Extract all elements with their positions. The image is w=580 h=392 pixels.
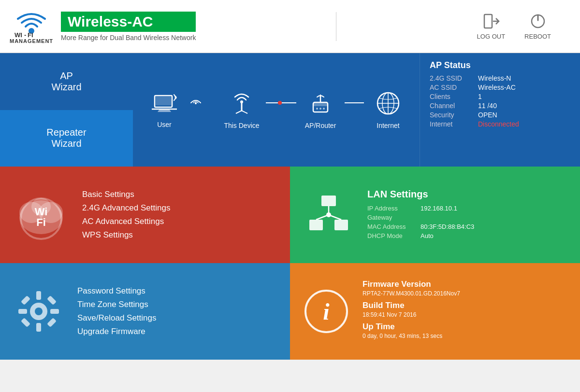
security-label: Security (430, 111, 473, 119)
system-settings-tile: Password Settings Time Zone Settings Sav… (0, 263, 290, 360)
svg-point-16 (316, 108, 318, 110)
svg-rect-32 (334, 220, 348, 230)
user-icon (150, 92, 179, 116)
lan-tile-icon (304, 191, 353, 239)
router-node: AP/Router (299, 90, 342, 129)
repeater-wizard-nav[interactable]: Repeater Wizard (0, 110, 133, 167)
user-node: User (143, 92, 186, 128)
tiles-row-2: Password Settings Time Zone Settings Sav… (0, 263, 580, 360)
password-settings-link[interactable]: Password Settings (77, 286, 157, 296)
system-tile-icon (14, 287, 63, 336)
svg-point-12 (240, 100, 243, 103)
security-value: OPEN (478, 111, 497, 119)
ssid-24g-value: Wireless-N (478, 74, 511, 82)
lan-settings-tile: LAN Settings IP Address 192.168.10.1 Gat… (290, 167, 580, 263)
wifi-waves-icon (188, 96, 218, 110)
firmware-version-value: RPTA2-77W.M4300.01.GD.2016Nov7 (362, 290, 566, 297)
repeater-wizard-line1: Repeater (46, 127, 86, 138)
system-tile-links: Password Settings Time Zone Settings Sav… (77, 286, 157, 336)
svg-text:WI: WI (14, 31, 22, 38)
brand-subtitle: More Range for Dual Band Wireless Networ… (61, 34, 196, 42)
lan-mac-value: 80:3F:5D:88:B4:C3 (420, 223, 474, 230)
internet-status-label: Internet (430, 120, 473, 128)
channel-value: 11 /40 (478, 102, 497, 110)
svg-rect-30 (321, 196, 336, 206)
wifi-tile-icon: Wi Fi (14, 188, 68, 241)
channel-label: Channel (430, 102, 473, 110)
ac-advanced-link[interactable]: AC Advanced Settings (82, 217, 170, 226)
wifi-settings-tile: Wi Fi Basic Settings 2.4G Advanced Setti… (0, 167, 290, 263)
ap-wizard-label: AP Wizard (51, 70, 81, 93)
firmware-version-title: Firmware Version (362, 280, 566, 289)
svg-text:-: - (24, 31, 26, 38)
info-tile: i Firmware Version RPTA2-77W.M4300.01.GD… (290, 263, 580, 360)
svg-text:FI: FI (28, 31, 33, 38)
ap-wizard-nav[interactable]: AP Wizard (0, 53, 133, 110)
svg-rect-41 (18, 309, 27, 314)
lan-dhcp-label: DHCP Mode (367, 232, 416, 239)
ap-wizard-line2: Wizard (51, 82, 81, 92)
tiles-section: Wi Fi Basic Settings 2.4G Advanced Setti… (0, 167, 580, 392)
clients-label: Clients (430, 93, 473, 100)
logout-icon (482, 13, 500, 30)
build-time-value: 18:59:41 Nov 7 2016 (362, 311, 566, 318)
router-icon (308, 90, 333, 117)
svg-point-38 (35, 308, 43, 315)
status-clients: Clients 1 (430, 93, 574, 100)
wps-settings-link[interactable]: WPS Settings (82, 230, 170, 240)
repeater-wizard-line2: Wizard (51, 138, 81, 149)
lan-dhcp-row: DHCP Mode Auto (367, 232, 474, 239)
this-device-node: This Device (220, 90, 263, 129)
logo-container: WI - FI MANAGEMENT (10, 9, 53, 44)
internet-status-value: Disconnected (478, 120, 519, 128)
ap-wizard-line1: AP (60, 70, 73, 81)
status-title: AP Status (430, 60, 574, 70)
basic-settings-link[interactable]: Basic Settings (82, 190, 170, 199)
svg-rect-39 (36, 291, 41, 300)
svg-point-11 (195, 102, 197, 104)
svg-rect-43 (21, 295, 30, 305)
upgrade-firmware-link[interactable]: Upgrade Firmware (77, 327, 157, 336)
svg-rect-4 (484, 14, 492, 28)
24g-advanced-link[interactable]: 2.4G Advanced Settings (82, 203, 170, 213)
header-divider (336, 12, 336, 41)
internet-node: Internet (366, 90, 410, 129)
network-diagram: User (133, 53, 420, 167)
gear-icon (14, 287, 63, 336)
brand-area: Wireless-AC More Range for Dual Band Wir… (61, 12, 196, 42)
connector-device-router (266, 101, 296, 105)
uptime-title: Up Time (362, 322, 566, 332)
timezone-settings-link[interactable]: Time Zone Settings (77, 300, 157, 309)
svg-point-18 (323, 108, 325, 110)
svg-rect-40 (36, 323, 41, 332)
lan-ip-label: IP Address (367, 205, 416, 212)
info-details: Firmware Version RPTA2-77W.M4300.01.GD.2… (362, 280, 566, 343)
reboot-button[interactable]: REBOOT (524, 13, 551, 40)
svg-rect-31 (309, 220, 323, 230)
wifi-tile-links: Basic Settings 2.4G Advanced Settings AC… (82, 190, 170, 240)
status-security: Security OPEN (430, 111, 574, 119)
lan-ip-value: 192.168.10.1 (420, 205, 457, 212)
diagram-icons: User (143, 90, 410, 129)
lan-gateway-label: Gateway (367, 214, 416, 221)
reboot-icon (529, 13, 547, 30)
wifi-logo-icon: Wi Fi (14, 188, 68, 241)
header-right: LOG OUT REBOOT (477, 13, 551, 40)
lan-tile-details: LAN Settings IP Address 192.168.10.1 Gat… (367, 189, 474, 241)
logout-button[interactable]: LOG OUT (477, 13, 506, 40)
header-left: WI - FI MANAGEMENT Wireless-AC More Rang… (10, 9, 196, 44)
tiles-row-1: Wi Fi Basic Settings 2.4G Advanced Setti… (0, 167, 580, 263)
lan-network-icon (304, 191, 353, 239)
device-label: This Device (224, 122, 259, 129)
main-content: AP Wizard Repeater Wizard (0, 53, 580, 392)
svg-rect-9 (156, 97, 171, 105)
top-section: AP Wizard Repeater Wizard (0, 53, 580, 167)
logo-management-label: MANAGEMENT (10, 38, 53, 44)
lan-settings-title: LAN Settings (367, 189, 474, 200)
lan-mac-label: MAC Address (367, 223, 416, 230)
user-label: User (157, 121, 172, 128)
brand-title: Wireless-AC (61, 12, 196, 32)
uptime-value: 0 day, 0 hour, 43 mins, 13 secs (362, 333, 566, 339)
status-internet: Internet Disconnected (430, 120, 574, 128)
save-reload-link[interactable]: Save/Reload Settings (77, 313, 157, 323)
